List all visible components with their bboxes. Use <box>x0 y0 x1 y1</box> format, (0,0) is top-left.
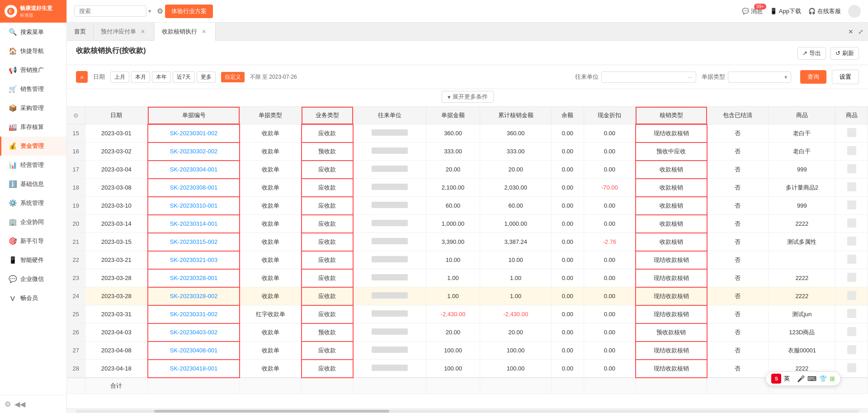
sogou-more-icon[interactable]: ⊞ <box>830 375 835 382</box>
doc-no-link[interactable]: SK-20230408-001 <box>170 347 218 354</box>
partner-masked <box>372 347 408 353</box>
doc-no-link[interactable]: SK-20230314-001 <box>170 220 218 227</box>
tab-label-home: 首页 <box>74 28 86 36</box>
collapse-icon[interactable]: ◀◀ <box>14 400 25 408</box>
cell-cancel_type: 收款核销 <box>636 215 707 233</box>
sidebar-item-finance[interactable]: 💰 资金管理 <box>0 137 66 156</box>
topbar-avatar[interactable] <box>848 5 861 18</box>
sidebar-item-hardware[interactable]: 📱 智能硬件 <box>0 251 66 270</box>
sidebar-item-guide[interactable]: 🎯 新手引导 <box>0 232 66 251</box>
cell-doc_type: 收款单 <box>240 323 301 342</box>
product-thumbnail <box>847 345 856 354</box>
filter-toggle-btn[interactable]: » <box>76 71 88 83</box>
topbar-search-input[interactable] <box>74 5 146 17</box>
filter-settings-button[interactable]: 设置 <box>832 70 859 84</box>
date-filter-label: 日期 <box>93 73 105 81</box>
settings-icon[interactable]: ⚙ <box>5 400 11 408</box>
sidebar-label-operation: 经营管理 <box>20 161 44 169</box>
sidebar-item-operation[interactable]: 📊 经营管理 <box>0 156 66 175</box>
topbar-msg[interactable]: 💬 消息 99+ <box>742 7 763 15</box>
sogou-mic-icon[interactable]: 🎤 <box>797 375 805 382</box>
cell-biz_type: 应收款 <box>302 360 354 378</box>
tab-receipt-cancel[interactable]: 收款核销执行✕ <box>155 23 216 41</box>
expand-conditions-btn[interactable]: ▾ 展开更多条件 <box>442 91 494 103</box>
doc-no-link[interactable]: SK-20230310-001 <box>170 202 218 209</box>
sogou-logo: S <box>771 374 781 384</box>
sogou-separator: · <box>793 375 794 382</box>
cell-cash_discount: 0.00 <box>584 161 636 179</box>
tab-payable[interactable]: 预付冲应付单✕ <box>94 23 155 41</box>
cell-index: 15 <box>67 124 85 142</box>
sidebar-item-enterprise[interactable]: 🏢 企业协同 <box>0 213 66 232</box>
doc-no-link[interactable]: SK-20230315-002 <box>170 238 218 245</box>
topbar-service[interactable]: 🎧 在线客服 <box>808 7 841 15</box>
sidebar-item-marketing[interactable]: 📢 营销推广 <box>0 61 66 80</box>
doc-no-link[interactable]: SK-20230301-002 <box>170 130 218 137</box>
cell-amount: 20.00 <box>426 323 480 342</box>
doc-no-link[interactable]: SK-20230418-001 <box>170 365 218 372</box>
cell-doc_type: 红字收款单 <box>240 305 301 323</box>
product-thumbnail <box>847 182 856 191</box>
tab-expand-icon[interactable]: ⤢ <box>858 28 863 35</box>
custom-date-btn[interactable]: 自定义 <box>221 72 245 82</box>
doc-no-link[interactable]: SK-20230331-002 <box>170 311 218 318</box>
date-option-0[interactable]: 上月 <box>110 71 129 83</box>
sidebar-item-inventory[interactable]: 🏭 库存核算 <box>0 118 66 137</box>
col-settings-icon[interactable]: ⚙ <box>73 112 79 119</box>
table-row: 272023-04-08SK-20230408-001收款单应收款100.001… <box>67 342 868 360</box>
service-icon: 🎧 <box>808 8 816 14</box>
refresh-button[interactable]: ↺ 刷新 <box>830 47 859 60</box>
cell-doc_no: SK-20230331-002 <box>148 305 240 323</box>
date-option-1[interactable]: 本月 <box>131 71 150 83</box>
doc-no-link[interactable]: SK-20230304-001 <box>170 166 218 173</box>
doc-no-link[interactable]: SK-20230403-002 <box>170 329 218 336</box>
topbar-solution-btn[interactable]: 体验行业方案 <box>165 5 213 18</box>
topbar-app[interactable]: 📱 App下载 <box>770 7 801 15</box>
topbar-gear-icon[interactable]: ⚙ <box>157 7 163 15</box>
footer-cell-date: 合计 <box>85 378 148 394</box>
date-option-3[interactable]: 近7天 <box>173 71 195 83</box>
doc-no-link[interactable]: SK-20230328-001 <box>170 275 218 281</box>
date-option-4[interactable]: 更多 <box>197 71 216 83</box>
cell-partner <box>353 269 426 287</box>
sogou-shirt-icon[interactable]: 👕 <box>819 375 827 382</box>
sidebar-item-system[interactable]: ⚙️ 系统管理 <box>0 194 66 213</box>
sidebar-label-hardware: 智能硬件 <box>20 256 44 264</box>
expand-label: 展开更多条件 <box>453 93 488 101</box>
sidebar-item-vip[interactable]: V 畅会员 <box>0 289 66 308</box>
tab-close-payable[interactable]: ✕ <box>139 28 147 36</box>
doc-no-link[interactable]: SK-20230302-002 <box>170 148 218 155</box>
doc-no-link[interactable]: SK-20230321-003 <box>170 256 218 263</box>
sidebar-item-base[interactable]: ℹ️ 基础信息 <box>0 175 66 194</box>
tab-close-receipt-cancel[interactable]: ✕ <box>200 28 208 36</box>
cell-include_cleared: 否 <box>707 251 769 269</box>
cell-index: 26 <box>67 323 85 342</box>
col-header-doc_no: 单据编号 <box>148 107 240 124</box>
footer-cell-cancel_type <box>636 378 707 394</box>
query-button[interactable]: 查询 <box>800 70 826 84</box>
cell-balance: 0.00 <box>552 124 584 142</box>
sidebar-item-shortcut[interactable]: 🏠 快捷导航 <box>0 42 66 61</box>
export-button[interactable]: ↗ 导出 <box>797 47 826 60</box>
partner-masked <box>372 184 408 190</box>
tab-home[interactable]: 首页 <box>67 23 94 41</box>
cell-product2 <box>835 251 868 269</box>
content-inner: 收款核销执行(按收款) ↗ 导出 ↺ 刷新 » 日期 上月本月本年近7天更多 自… <box>67 41 868 413</box>
col-header-amount: 单据金额 <box>426 107 480 124</box>
sidebar-item-purchase[interactable]: 📦 采购管理 <box>0 99 66 118</box>
doc-no-link[interactable]: SK-20230328-002 <box>170 293 218 299</box>
unit-input[interactable] <box>601 71 696 83</box>
table-scrollbar[interactable] <box>67 408 868 413</box>
date-option-2[interactable]: 本年 <box>152 71 171 83</box>
sogou-keyboard-icon[interactable]: ⌨ <box>807 375 816 382</box>
sidebar-item-sales[interactable]: 🛒 销售管理 <box>0 80 66 99</box>
cell-amount: -2,430.00 <box>426 305 480 323</box>
cell-amount: 60.00 <box>426 197 480 215</box>
sidebar-label-vip: 畅会员 <box>20 294 38 302</box>
tab-close-all-icon[interactable]: ✕ <box>848 28 854 35</box>
doc-type-select[interactable] <box>728 71 791 83</box>
cell-balance: 0.00 <box>552 197 584 215</box>
sidebar-item-search[interactable]: 🔍 搜索菜单 <box>0 23 66 42</box>
doc-no-link[interactable]: SK-20230308-001 <box>170 184 218 191</box>
sidebar-item-wechat[interactable]: 💬 企业微信 <box>0 270 66 289</box>
